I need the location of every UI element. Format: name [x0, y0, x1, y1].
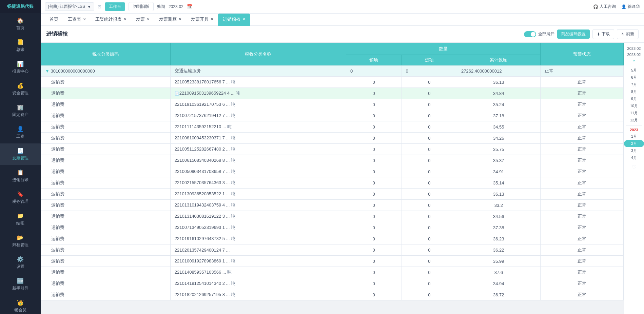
cell-taxcode: 2210201357429400124 7 ...: [170, 244, 346, 256]
table-row[interactable]: 运输费 2210100919278983869 1 ... 吨 0 0 35.9…: [41, 256, 624, 267]
cell-total: 34.56: [457, 211, 540, 222]
table-row[interactable]: 运输费 2210182021269257195 8 ... 吨 0 0 36.7…: [41, 289, 624, 300]
sidebar-item-membership[interactable]: 👑 畅会员: [0, 295, 41, 314]
sidebar-item-invoice[interactable]: 🧾 发票管理: [0, 143, 41, 165]
cell-item-name: 运输费: [41, 77, 171, 88]
workspace-button[interactable]: 工作台: [105, 2, 125, 11]
tab-close-icon[interactable]: ✕: [83, 17, 86, 21]
cell-sales: 0: [346, 211, 402, 222]
sidebar-item-reports[interactable]: 📊 报表中心: [0, 57, 41, 78]
finance-icon: 💰: [17, 82, 24, 89]
table-row[interactable]: 运输费 2210081009453230371 7 ... 吨 0 0 34.2…: [41, 133, 624, 144]
table-row[interactable]: 运输费 2210140859357103566 ... 吨 0 0 37.6 正…: [41, 267, 624, 278]
table-row[interactable]: 运输费 2210131403081619122 3 ... 吨 0 0 34.5…: [41, 211, 624, 222]
tab-invoice-issue[interactable]: 发票开具 ✕: [186, 14, 218, 26]
sidebar-item-tax[interactable]: 🔖 税务管理: [0, 187, 41, 209]
table-row[interactable]: 运输费 2210072157376219412 7 ... 吨 0 0 37.1…: [41, 110, 624, 121]
col-header-quantity: 数量: [346, 43, 540, 55]
table-row[interactable]: 运输费 2210131019432403759 4 ... 吨 0 0 33.2…: [41, 200, 624, 211]
sidebar-item-home[interactable]: 🏠 首页: [0, 13, 41, 35]
sidebar-item-guide[interactable]: 🆕 新手引导: [0, 274, 41, 295]
table-row[interactable]: 运输费 2210111143592152210 ... 吨 0 0 34.55 …: [41, 121, 624, 133]
settings-button[interactable]: 商品编码设置: [557, 30, 590, 39]
cell-item-name: 运输费: [41, 121, 171, 133]
cell-purchase: 0: [402, 133, 457, 144]
switch-version-button[interactable]: 切到旧版: [129, 2, 154, 11]
scroll-up-icon[interactable]: ⌃: [632, 58, 636, 67]
month-8[interactable]: 8月: [624, 88, 644, 95]
cell-taxcode: 2210131403081619122 3 ... 吨: [170, 211, 346, 222]
tab-sales-reconcile[interactable]: 进销稽核 ✕: [218, 14, 250, 26]
calendar-icon[interactable]: 📅: [187, 4, 192, 9]
table-row[interactable]: 运输费 2210191610297643732 5 ... 吨 0 0 36.2…: [41, 233, 624, 244]
year-2023-label: 2023: [624, 127, 644, 133]
month-12[interactable]: 12月: [624, 117, 644, 124]
cell-total: 34.91: [457, 166, 540, 177]
refresh-button[interactable]: ↻ 刷新: [617, 29, 639, 39]
expand-toggle[interactable]: [524, 31, 536, 37]
sales-ledger-icon: 📋: [17, 169, 24, 176]
tab-close-icon[interactable]: ✕: [179, 17, 181, 21]
sidebar-item-finance[interactable]: 💰 资金管理: [0, 78, 41, 100]
month-6[interactable]: 6月: [624, 74, 644, 81]
tab-invoice-calc[interactable]: 发票测算 ✕: [154, 14, 186, 26]
support-link[interactable]: 🎧 人工咨询: [593, 4, 616, 9]
cell-item-name: 运输费: [41, 211, 171, 222]
period-value: 2023-02: [169, 4, 183, 9]
tab-label: 发票开具: [191, 16, 209, 22]
cell-total: 35.99: [457, 256, 540, 267]
cell-status: 正常: [540, 256, 623, 267]
month-3[interactable]: 3月: [624, 147, 644, 154]
tab-label: 发票测算: [159, 16, 177, 22]
tab-salary-stats[interactable]: 工资统计报表 ✕: [91, 14, 131, 26]
tab-home[interactable]: 首页: [45, 14, 63, 26]
month-5[interactable]: 5月: [624, 67, 644, 74]
month-4[interactable]: 4月: [624, 154, 644, 161]
tab-salary-table[interactable]: 工资表 ✕: [63, 14, 91, 26]
table-row[interactable]: 运输费 2210201357429400124 7 ... 0 0 36.22 …: [41, 244, 624, 256]
month-7[interactable]: 7月: [624, 81, 644, 88]
cell-sales: 0: [346, 189, 402, 200]
sidebar-item-close-books[interactable]: 📁 结账: [0, 209, 41, 230]
table-wrap: 税收分类编码 税收分类名称 数量 预警状态 销项 进项 累计数额: [41, 43, 624, 314]
company-name: (勾曲) 江西报宝-LSS: [48, 4, 85, 9]
table-row[interactable]: 运输费 2210050903431708658 7 ... 吨 0 0 34.9…: [41, 166, 624, 177]
cell-taxcode: 2210191610297643732 5 ... 吨: [170, 233, 346, 244]
month-9[interactable]: 9月: [624, 95, 644, 102]
col-sub-total: 累计数额: [457, 55, 540, 65]
month-11[interactable]: 11月: [624, 110, 644, 117]
table-row[interactable]: 运输费 2210021557035764363 3 ... 吨 0 0 35.1…: [41, 177, 624, 189]
tab-close-icon[interactable]: ✕: [147, 17, 150, 21]
download-button[interactable]: ⬇ 下载: [592, 29, 614, 39]
month-2-active[interactable]: 2月: [624, 140, 644, 147]
copy-icon[interactable]: ⊡: [98, 4, 101, 9]
cell-total: 27262.40000000012: [457, 65, 540, 77]
month-10[interactable]: 10月: [624, 102, 644, 110]
sidebar-item-archive[interactable]: 📂 归档管理: [0, 230, 41, 252]
table-row[interactable]: 运输费 2210191036192170753 6 ... 吨 0 0 35.2…: [41, 99, 624, 110]
table-row[interactable]: 运输费 2210052338178017656 7 ... 吨 0 0 36.1…: [41, 77, 624, 88]
table-row[interactable]: ▼ 301000000000000000 交通运输服务 0 0 27262.40…: [41, 65, 624, 77]
tab-invoice[interactable]: 发票 ✕: [131, 14, 154, 26]
sidebar-item-settings[interactable]: ⚙️ 设置: [0, 252, 41, 274]
table-row[interactable]: 运输费 📄2210091503139659224 4 ... 吨 0 0 34.…: [41, 88, 624, 99]
tab-close-icon[interactable]: ✕: [211, 17, 213, 21]
sidebar-item-sales-ledger[interactable]: 📋 进销台账: [0, 165, 41, 187]
tab-label: 工资统计报表: [95, 16, 122, 22]
table-row[interactable]: 运输费 2210071349052319693 1 ... 吨 0 0 37.3…: [41, 222, 624, 233]
cell-item-name: 运输费: [41, 222, 171, 233]
sidebar-item-ledger[interactable]: 📒 总账: [0, 35, 41, 57]
company-selector[interactable]: (勾曲) 江西报宝-LSS ▼: [45, 2, 94, 11]
sidebar-item-assets[interactable]: 🏢 固定资产: [0, 100, 41, 122]
table-row[interactable]: 运输费 2210130936520853522 1 ... 吨 0 0 36.1…: [41, 189, 624, 200]
table-row[interactable]: 运输费 2210061508340340268 8 ... 吨 0 0 35.3…: [41, 155, 624, 166]
table-row[interactable]: 运输费 2210051125282667480 2 ... 吨 0 0 35.7…: [41, 144, 624, 155]
expand-toggle-wrap: 全部展开: [524, 31, 554, 37]
tab-close-icon[interactable]: ✕: [124, 17, 126, 21]
cell-purchase: 0: [402, 289, 457, 300]
tab-close-icon[interactable]: ✕: [242, 17, 245, 21]
month-1[interactable]: 1月: [624, 133, 644, 140]
table-row[interactable]: 运输费 2210141912541014340 2 ... 吨 0 0 34.9…: [41, 278, 624, 289]
user-profile[interactable]: 👤 徐逢华: [621, 4, 640, 9]
sidebar-item-salary[interactable]: 👤 工资: [0, 122, 41, 143]
